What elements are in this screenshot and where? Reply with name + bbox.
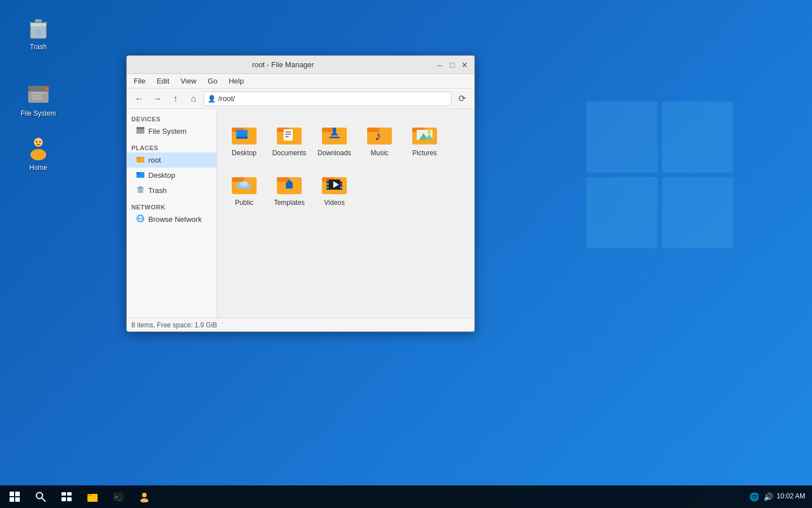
file-item-desktop[interactable]: Desktop: [224, 116, 264, 161]
menu-edit[interactable]: Edit: [152, 76, 174, 86]
sidebar-section-devices: DEVICES: [127, 113, 217, 124]
refresh-button[interactable]: ⟳: [454, 91, 470, 107]
file-item-videos[interactable]: Videos: [314, 165, 355, 211]
filesystem-sidebar-icon: [136, 126, 145, 137]
svg-rect-21: [136, 172, 140, 174]
back-button[interactable]: ←: [131, 91, 147, 107]
svg-text:♻: ♻: [139, 190, 142, 193]
network-sidebar-icon: [136, 214, 145, 225]
public-folder-icon: [231, 169, 258, 196]
sound-tray-icon[interactable]: 🔊: [764, 492, 773, 501]
svg-point-86: [140, 498, 148, 502]
svg-rect-77: [61, 492, 66, 496]
documents-folder-icon: [276, 120, 303, 147]
svg-point-12: [30, 149, 46, 160]
sidebar-item-filesystem[interactable]: File System: [127, 124, 217, 139]
toolbar: ← → ↑ ⌂ 👤 /root/ ⟳: [127, 89, 474, 109]
maximize-button[interactable]: □: [447, 60, 457, 70]
files-taskbar-button[interactable]: [80, 485, 105, 508]
svg-rect-68: [340, 183, 342, 185]
svg-point-7: [46, 87, 49, 90]
sidebar-item-trash[interactable]: ♻ Trash: [127, 183, 217, 198]
user-taskbar-button[interactable]: [132, 485, 157, 508]
svg-rect-80: [67, 497, 72, 501]
svg-rect-59: [277, 177, 289, 182]
root-sidebar-icon: [136, 155, 145, 165]
filesystem-label: File System: [21, 110, 56, 117]
sidebar-root-label: root: [148, 156, 161, 164]
filesystem-icon: [25, 80, 52, 107]
svg-point-14: [36, 141, 38, 143]
sidebar-desktop-label: Desktop: [148, 171, 175, 179]
svg-rect-72: [15, 492, 20, 496]
close-button[interactable]: ✕: [460, 60, 470, 70]
sidebar-trash-label: Trash: [148, 186, 167, 195]
desktop-icon-filesystem[interactable]: File System: [16, 78, 61, 120]
home-label: Home: [29, 164, 47, 172]
svg-point-15: [39, 141, 41, 143]
svg-rect-64: [326, 179, 329, 182]
templates-folder-icon: [276, 169, 303, 196]
address-path: /root/: [218, 94, 235, 103]
menu-help[interactable]: Help: [224, 76, 249, 86]
svg-rect-69: [340, 186, 342, 189]
address-bar[interactable]: 👤 /root/: [204, 91, 452, 106]
pictures-folder-label: Pictures: [412, 149, 436, 157]
file-item-documents[interactable]: Documents: [269, 116, 310, 161]
status-text: 8 items, Free space: 1.9 GiB: [131, 321, 217, 329]
clock-time: 10:02 AM: [776, 492, 805, 501]
svg-text:>_: >_: [114, 494, 122, 501]
templates-folder-label: Templates: [274, 199, 305, 207]
desktop-folder-label: Desktop: [232, 149, 257, 157]
up-button[interactable]: ↑: [167, 91, 183, 107]
system-tray: 🌐 🔊 10:02 AM: [745, 492, 810, 501]
desktop-icon-trash[interactable]: ♻ Trash: [16, 11, 61, 53]
svg-rect-79: [61, 497, 66, 501]
file-item-templates[interactable]: Templates: [269, 165, 310, 211]
files-area: Desktop D: [217, 109, 474, 318]
window-title: root - File Manager: [131, 60, 435, 69]
svg-rect-78: [67, 492, 72, 496]
clock[interactable]: 10:02 AM: [776, 492, 805, 501]
svg-rect-73: [10, 497, 14, 502]
file-item-pictures[interactable]: Pictures: [404, 116, 445, 161]
search-button[interactable]: [28, 485, 53, 508]
home-button[interactable]: ⌂: [186, 91, 201, 107]
start-button[interactable]: [2, 485, 27, 508]
sidebar-item-root[interactable]: root: [127, 152, 217, 168]
address-user-icon: 👤: [208, 95, 216, 103]
taskview-button[interactable]: [54, 485, 79, 508]
trash-icon: ♻: [25, 14, 52, 41]
minimize-button[interactable]: –: [435, 60, 445, 70]
music-folder-icon: ♪: [366, 120, 393, 147]
forward-button[interactable]: →: [149, 91, 165, 107]
network-tray-icon[interactable]: 🌐: [749, 492, 759, 501]
svg-line-76: [42, 498, 45, 501]
terminal-taskbar-button[interactable]: >_: [106, 485, 131, 508]
menu-file[interactable]: File: [129, 76, 150, 86]
svg-rect-66: [326, 186, 329, 189]
titlebar: root - File Manager – □ ✕: [127, 56, 474, 74]
svg-rect-40: [322, 128, 334, 132]
desktop-icon-home[interactable]: Home: [16, 132, 61, 174]
sidebar-item-desktop[interactable]: Desktop: [127, 168, 217, 183]
videos-folder-label: Videos: [324, 199, 345, 207]
svg-rect-42: [333, 128, 336, 132]
menu-view[interactable]: View: [176, 76, 201, 86]
menu-go[interactable]: Go: [203, 76, 222, 86]
file-item-downloads[interactable]: Downloads: [314, 116, 355, 161]
svg-rect-71: [10, 492, 14, 496]
videos-folder-icon: [321, 169, 348, 196]
sidebar-item-network[interactable]: Browse Network: [127, 212, 217, 227]
svg-point-57: [240, 181, 248, 187]
file-item-music[interactable]: ♪ Music: [359, 116, 400, 161]
music-folder-label: Music: [370, 149, 388, 157]
svg-rect-9: [32, 95, 42, 97]
svg-rect-17: [136, 127, 144, 129]
desktop-sidebar-icon: [136, 170, 145, 181]
svg-text:♻: ♻: [35, 28, 42, 37]
svg-point-52: [427, 130, 431, 134]
file-item-public[interactable]: Public: [224, 165, 264, 211]
tray-icons: 🌐 🔊: [749, 492, 773, 501]
svg-rect-35: [284, 129, 293, 141]
